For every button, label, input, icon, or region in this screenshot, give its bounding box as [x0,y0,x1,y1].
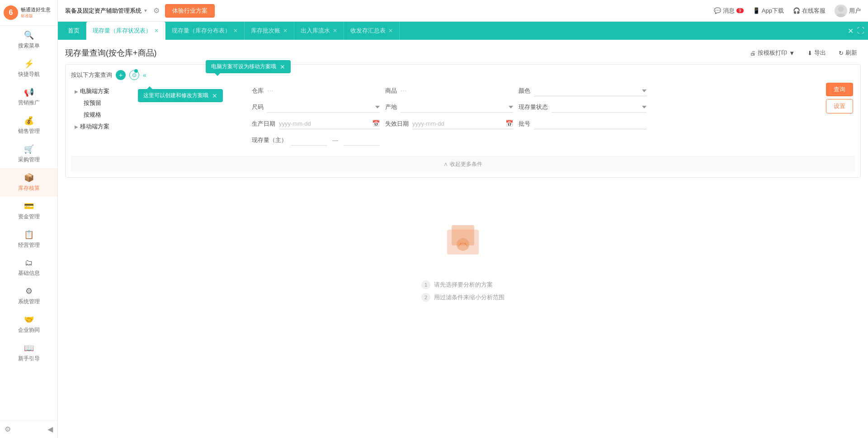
collapse-sidebar-icon[interactable]: ◀ [47,425,53,433]
print-template-label: 按模板打印 [758,49,787,57]
stock-status-select[interactable] [552,102,646,113]
refresh-icon: ↻ [839,50,844,57]
sales-icon: 💰 [24,116,34,126]
empty-state: 1 请先选择要分析的方案 2 用过滤条件来缩小分析范围 [65,178,861,338]
sidebar-item-system[interactable]: ⚙系统管理 [0,282,57,310]
tab-0[interactable]: 首页 [61,22,86,40]
tab-1-close[interactable]: ✕ [154,28,159,34]
online-support-button[interactable]: 🎧 在线客服 [793,7,826,15]
schema-tree-item-mobile[interactable]: ▶ 移动端方案 [71,121,154,132]
set-button[interactable]: 设置 [826,99,853,113]
filter-row-2: 尺码 产地 现存量状态 [252,102,646,113]
warehouse-label: 仓库 [252,87,264,95]
topbar-right: 💬 消息 9 📱 App下载 🎧 在线客服 用户 [714,5,861,17]
sidebar-item-basic[interactable]: 🗂基础信息 [0,254,57,282]
batch-input[interactable] [534,118,646,129]
query-button[interactable]: 查询 [826,83,853,96]
collapse-bar[interactable]: ∧ 收起更多条件 [71,156,855,172]
stock-main-label: 现存量（主） [252,136,287,144]
spec-label: 按规格 [84,111,101,119]
size-cell: 尺码 [252,102,380,113]
page-content: 现存量查询(按仓库+商品) 🖨 按模板打印 ▼ ⬇ 导出 ↻ 刷新 [58,40,868,438]
sidebar-item-sales[interactable]: 💰销售管理 [0,111,57,140]
system-label: 系统管理 [18,298,40,306]
origin-select[interactable] [401,102,513,113]
filter-add-button[interactable]: + [116,70,126,80]
stock-main-from-input[interactable] [291,135,327,146]
tab-3-close[interactable]: ✕ [283,28,288,34]
user-menu[interactable]: 用户 [835,5,861,17]
pc-schema-arrow: ▶ [75,89,78,94]
main-content: 装备及固定资产辅助管理系统 ▼ ⚙ 体验行业方案 💬 消息 9 📱 App下载 … [58,0,868,438]
step1-text: 请先选择要分析的方案 [434,281,493,289]
tab-2[interactable]: 现存量（库存分布表）✕ [165,22,245,40]
sales-label: 销售管理 [18,127,40,135]
empty-step-1: 1 请先选择要分析的方案 [421,280,505,289]
settings-footer-icon[interactable]: ⚙ [5,425,11,433]
filter-copy-button[interactable]: ⊙ [129,70,139,80]
goods-dots[interactable]: ··· [401,87,406,95]
expiry-date-placeholder: yyyy-mm-dd [412,120,444,127]
guide-label: 新手引导 [18,355,40,363]
sidebar-item-purchase[interactable]: 🛒采购管理 [0,140,57,168]
message-button[interactable]: 💬 消息 9 [714,7,744,15]
app-download-button[interactable]: 📱 App下载 [753,7,784,15]
user-label: 用户 [849,7,861,15]
tab-4-close[interactable]: ✕ [333,28,337,34]
print-template-button[interactable]: 🖨 按模板打印 ▼ [746,47,798,59]
empty-step-2: 2 用过滤条件来缩小分析范围 [421,293,505,302]
prod-date-placeholder: yyyy-mm-dd [279,120,311,127]
warehouse-dots[interactable]: ··· [267,87,273,95]
query-actions: 查询 设置 [826,83,853,113]
system-name-text: 装备及固定资产辅助管理系统 [65,7,142,15]
sidebar-item-enterprise[interactable]: 🤝企业协同 [0,310,57,339]
refresh-button[interactable]: ↻ 刷新 [835,47,861,59]
sidebar: 6 畅通道好生意 标准版 🔍搜索菜单⚡快捷导航📢营销推广💰销售管理🛒采购管理📦库… [0,0,58,438]
tooltip1-close[interactable]: ✕ [280,63,285,71]
operations-icon: 📋 [24,230,34,240]
origin-label: 产地 [385,103,397,111]
toolbar-actions: 🖨 按模板打印 ▼ ⬇ 导出 ↻ 刷新 [746,47,861,59]
filter-section-label: 按以下方案查询 [71,71,112,79]
tooltip2-close[interactable]: ✕ [212,92,217,99]
quick-icon: ⚡ [24,59,34,69]
export-button[interactable]: ⬇ 导出 [804,47,830,59]
basic-icon: 🗂 [25,258,33,268]
sidebar-item-finance[interactable]: 💳资金管理 [0,197,57,225]
sidebar-item-search[interactable]: 🔍搜索菜单 [0,26,57,54]
empty-illustration [436,214,490,269]
sidebar-item-quick[interactable]: ⚡快捷导航 [0,54,57,83]
size-select[interactable] [267,102,380,113]
expiry-date-label: 失效日期 [385,120,409,128]
fullscreen-button[interactable]: ⛶ [857,27,864,35]
sidebar-item-marketing[interactable]: 📢营销推广 [0,83,57,111]
close-all-tabs-button[interactable]: ✕ [848,27,854,35]
tab-5[interactable]: 收发存汇总表✕ [344,22,400,40]
tab-3-label: 库存批次账 [251,27,280,35]
topbar: 装备及固定资产辅助管理系统 ▼ ⚙ 体验行业方案 💬 消息 9 📱 App下载 … [58,0,868,22]
trial-button[interactable]: 体验行业方案 [165,4,215,18]
tab-2-close[interactable]: ✕ [233,28,238,34]
prod-date-calendar-icon: 📅 [372,120,380,127]
headset-icon: 🎧 [793,7,800,14]
app-download-label: App下载 [762,7,784,15]
expiry-date-input[interactable]: yyyy-mm-dd 📅 [412,118,513,129]
sidebar-item-inventory[interactable]: 📦库存核算 [0,168,57,197]
tab-3[interactable]: 库存批次账✕ [245,22,294,40]
tab-4[interactable]: 出入库流水✕ [294,22,344,40]
sidebar-item-guide[interactable]: 📖新手引导 [0,339,57,367]
filter-back-button[interactable]: « [143,71,146,79]
system-name-selector[interactable]: 装备及固定资产辅助管理系统 ▼ [65,7,148,15]
stock-main-to-input[interactable] [344,135,380,146]
sidebar-item-operations[interactable]: 📋经营管理 [0,225,57,254]
svg-point-1 [836,14,845,17]
topbar-settings-icon[interactable]: ⚙ [153,6,160,15]
collapse-text: 收起更多条件 [450,161,482,167]
prod-date-input[interactable]: yyyy-mm-dd 📅 [279,118,380,129]
tab-1[interactable]: 现存量（库存状况表）✕ [86,22,165,40]
tab-5-close[interactable]: ✕ [388,28,393,34]
color-label: 颜色 [519,87,530,95]
color-select[interactable] [534,85,646,96]
schema-item-spec[interactable]: 按规格 [80,109,154,121]
svg-point-4 [457,238,469,251]
